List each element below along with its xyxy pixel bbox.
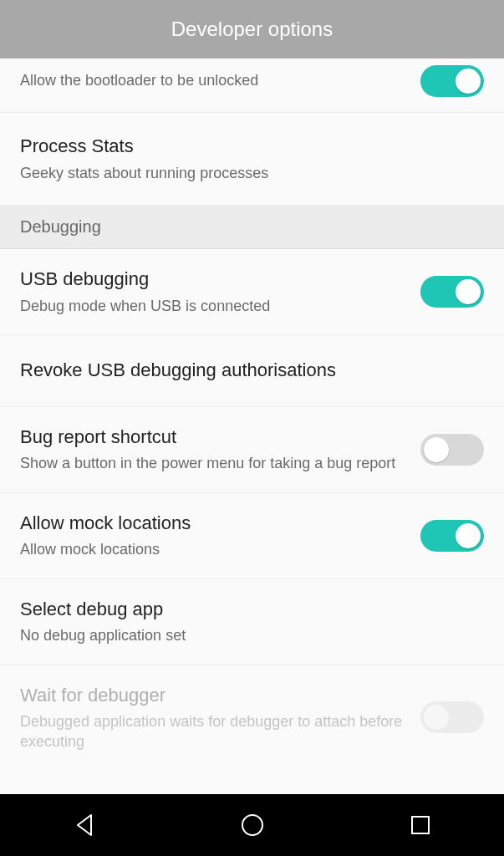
item-title: Wait for debugger xyxy=(20,684,407,708)
item-select-debug-app[interactable]: Select debug app No debug application se… xyxy=(0,579,504,665)
section-header-debugging: Debugging xyxy=(0,206,504,249)
square-icon xyxy=(408,813,433,838)
item-revoke-usb-auth[interactable]: Revoke USB debugging authorisations xyxy=(0,335,504,407)
item-title: Bug report shortcut xyxy=(20,425,407,450)
bug-report-toggle[interactable] xyxy=(420,434,484,466)
item-label: Allow the bootloader to be unlocked xyxy=(20,71,407,90)
home-button[interactable] xyxy=(236,808,269,842)
item-subtitle: Debug mode when USB is connected xyxy=(20,297,407,316)
system-nav-bar xyxy=(0,794,504,856)
item-title: Allow mock locations xyxy=(20,512,407,536)
app-header: Developer options xyxy=(0,0,504,59)
item-title: Revoke USB debugging authorisations xyxy=(20,359,471,383)
item-title: Process Stats xyxy=(20,135,471,159)
svg-rect-1 xyxy=(412,817,429,833)
back-button[interactable] xyxy=(68,808,101,842)
wait-debugger-toggle xyxy=(420,701,484,733)
bootloader-toggle[interactable] xyxy=(420,65,484,97)
back-icon xyxy=(71,812,98,838)
item-subtitle: Debugged application waits for debugger … xyxy=(20,712,407,752)
item-subtitle: Geeky stats about running processes xyxy=(20,164,471,183)
settings-list[interactable]: Allow the bootloader to be unlocked Proc… xyxy=(0,59,504,794)
item-bootloader-unlock[interactable]: Allow the bootloader to be unlocked xyxy=(0,59,504,113)
svg-point-0 xyxy=(242,815,262,835)
page-title: Developer options xyxy=(171,18,333,41)
item-process-stats[interactable]: Process Stats Geeky stats about running … xyxy=(0,113,504,206)
item-subtitle: No debug application set xyxy=(20,626,471,645)
item-usb-debugging[interactable]: USB debugging Debug mode when USB is con… xyxy=(0,249,504,335)
item-subtitle: Allow mock locations xyxy=(20,540,407,559)
item-subtitle: Show a button in the power menu for taki… xyxy=(20,454,407,473)
recent-apps-button[interactable] xyxy=(404,808,437,842)
item-allow-mock-locations[interactable]: Allow mock locations Allow mock location… xyxy=(0,493,504,579)
item-wait-for-debugger: Wait for debugger Debugged application w… xyxy=(0,665,504,770)
item-title: Select debug app xyxy=(20,598,471,622)
item-bug-report-shortcut[interactable]: Bug report shortcut Show a button in the… xyxy=(0,407,504,493)
usb-debugging-toggle[interactable] xyxy=(420,276,484,308)
mock-locations-toggle[interactable] xyxy=(420,520,484,552)
item-title: USB debugging xyxy=(20,268,407,292)
home-icon xyxy=(239,812,266,838)
screen: Developer options Allow the bootloader t… xyxy=(0,0,504,856)
